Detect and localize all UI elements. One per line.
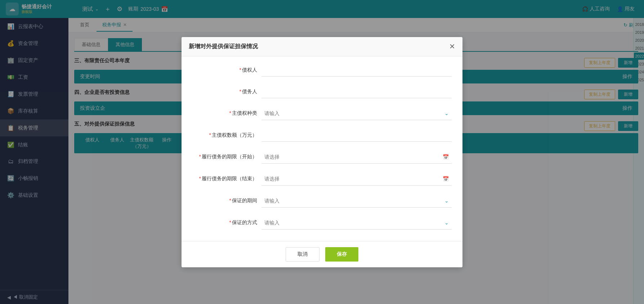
form-row-guarantee-period: *保证的期间 ⌄ [192,194,452,208]
period-start-label: *履行债务的期限（开始） [192,154,257,160]
period-end-date[interactable]: 📅 [261,172,452,186]
guarantee-period-select[interactable]: ⌄ [261,194,452,208]
debtor-label: *债务人 [192,89,257,95]
guarantee-method-select[interactable]: ⌄ [261,216,452,230]
claim-type-select[interactable]: ⌄ [261,107,452,120]
modal-body: *债权人 *债务人 *主债权种类 ⌄ [182,56,462,241]
modal-header: 新增对外提供保证担保情况 ✕ [182,37,462,56]
claim-type-label: *主债权种类 [192,110,257,117]
claim-amount-input[interactable] [261,129,452,142]
period-start-calendar-icon[interactable]: 📅 [440,154,452,160]
form-row-claim-amount: *主债权数额（万元） [192,129,452,142]
form-row-period-start: *履行债务的期限（开始） 📅 [192,150,452,164]
creditor-input[interactable] [261,64,452,77]
modal-close-button[interactable]: ✕ [449,43,455,50]
modal-dialog: 新增对外提供保证担保情况 ✕ *债权人 *债务人 * [182,37,462,267]
guarantee-method-input[interactable] [261,216,442,229]
cancel-button[interactable]: 取消 [286,247,319,262]
period-end-label: *履行债务的期限（结束） [192,176,257,182]
form-row-debtor: *债务人 [192,85,452,98]
claim-amount-label: *主债权数额（万元） [192,132,257,139]
debtor-input[interactable] [261,85,452,98]
guarantee-period-input[interactable] [261,194,442,207]
period-end-calendar-icon[interactable]: 📅 [440,176,452,182]
modal-overlay: 新增对外提供保证担保情况 ✕ *债权人 *债务人 * [0,0,644,304]
form-row-creditor: *债权人 [192,64,452,77]
creditor-label: *债权人 [192,67,257,73]
claim-type-input[interactable] [261,107,442,120]
period-start-date[interactable]: 📅 [261,150,452,164]
save-button[interactable]: 保存 [325,247,358,262]
claim-type-chevron-icon[interactable]: ⌄ [442,110,452,116]
period-start-input[interactable] [261,150,440,163]
period-end-input[interactable] [261,172,440,185]
modal-title: 新增对外提供保证担保情况 [189,43,258,50]
guarantee-method-label: *保证的方式 [192,219,257,226]
guarantee-period-chevron-icon[interactable]: ⌄ [442,198,452,204]
form-row-claim-type: *主债权种类 ⌄ [192,107,452,120]
guarantee-method-chevron-icon[interactable]: ⌄ [442,220,452,226]
form-row-guarantee-method: *保证的方式 ⌄ [192,216,452,230]
form-row-period-end: *履行债务的期限（结束） 📅 [192,172,452,186]
guarantee-period-label: *保证的期间 [192,198,257,204]
modal-footer: 取消 保存 [182,241,462,267]
